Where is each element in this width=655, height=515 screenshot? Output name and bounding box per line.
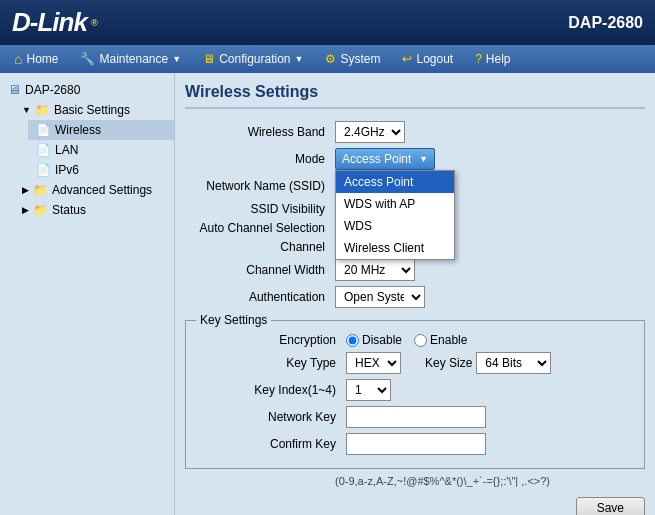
encryption-disable-text: Disable <box>362 333 402 347</box>
mode-select-button[interactable]: Access Point ▼ <box>335 148 435 170</box>
sidebar-status-label: Status <box>52 203 86 217</box>
key-type-control: HEX ASCII Key Size 64 Bits 128 Bits <box>346 352 551 374</box>
authentication-row: Authentication Open System WPA WPA2 <box>185 286 645 308</box>
wireless-band-label: Wireless Band <box>185 125 335 139</box>
sidebar-item-label: DAP-2680 <box>25 83 80 97</box>
channel-width-select[interactable]: 20 MHz 40 MHz <box>335 259 415 281</box>
mode-option-access-point[interactable]: Access Point <box>336 171 454 193</box>
mode-label: Mode <box>185 152 335 166</box>
mode-control: Access Point ▼ Access Point WDS with AP … <box>335 148 435 170</box>
encryption-disable-label[interactable]: Disable <box>346 333 402 347</box>
folder-icon3: 📁 <box>33 203 48 217</box>
key-index-select[interactable]: 1 2 3 4 <box>346 379 391 401</box>
logo: D-Link® <box>12 7 98 38</box>
key-type-select[interactable]: HEX ASCII <box>346 352 401 374</box>
device-icon: 🖥 <box>8 82 21 97</box>
nav-maintenance-label: Maintenance <box>99 52 168 66</box>
key-index-control: 1 2 3 4 <box>346 379 391 401</box>
channel-label: Channel <box>185 240 335 254</box>
hint-text: (0-9,a-z,A-Z,~!@#$%^&*()\_+`-={};:'\"| ,… <box>185 473 645 493</box>
sidebar-item-basic-settings[interactable]: ▼ 📁 Basic Settings <box>14 100 174 120</box>
confirm-key-input[interactable] <box>346 433 486 455</box>
sidebar-item-dap2680[interactable]: 🖥 DAP-2680 <box>0 79 174 100</box>
chevron-down-icon: ▼ <box>172 54 181 64</box>
sidebar-ipv6-label: IPv6 <box>55 163 79 177</box>
channel-width-row: Channel Width 20 MHz 40 MHz <box>185 259 645 281</box>
authentication-select[interactable]: Open System WPA WPA2 <box>335 286 425 308</box>
encryption-enable-label[interactable]: Enable <box>414 333 467 347</box>
channel-width-label: Channel Width <box>185 263 335 277</box>
sidebar-wireless-label: Wireless <box>55 123 101 137</box>
network-key-input[interactable] <box>346 406 486 428</box>
confirm-key-label: Confirm Key <box>196 437 346 451</box>
nav-maintenance[interactable]: 🔧 Maintenance ▼ <box>70 47 191 71</box>
network-name-label: Network Name (SSID) <box>185 179 335 193</box>
wireless-band-row: Wireless Band 2.4GHz 5GHz <box>185 121 645 143</box>
encryption-row: Encryption Disable Enable <box>196 333 634 347</box>
nav-system-label: System <box>340 52 380 66</box>
nav-help-label: Help <box>486 52 511 66</box>
nav-logout[interactable]: ↩ Logout <box>392 47 463 71</box>
sidebar-lan-label: LAN <box>55 143 78 157</box>
authentication-control: Open System WPA WPA2 <box>335 286 425 308</box>
key-type-row: Key Type HEX ASCII Key Size 64 Bits 128 … <box>196 352 634 374</box>
ssid-visibility-label: SSID Visibility <box>185 202 335 216</box>
system-icon: ⚙ <box>325 52 336 66</box>
encryption-label: Encryption <box>196 333 346 347</box>
key-index-row: Key Index(1~4) 1 2 3 4 <box>196 379 634 401</box>
encryption-disable-radio[interactable] <box>346 334 359 347</box>
folder-icon2: 📁 <box>33 183 48 197</box>
nav-configuration[interactable]: 🖥 Configuration ▼ <box>193 47 313 71</box>
navbar: ⌂ Home 🔧 Maintenance ▼ 🖥 Configuration ▼… <box>0 45 655 73</box>
channel-width-control: 20 MHz 40 MHz <box>335 259 415 281</box>
encryption-enable-radio[interactable] <box>414 334 427 347</box>
mode-selected-value: Access Point <box>342 152 411 166</box>
model-name: DAP-2680 <box>568 14 643 32</box>
expand-icon2: ▶ <box>22 185 29 195</box>
sidebar-advanced-label: Advanced Settings <box>52 183 152 197</box>
nav-home[interactable]: ⌂ Home <box>4 47 68 71</box>
sidebar-tree: ▼ 📁 Basic Settings 📄 Wireless 📄 LAN 📄 IP… <box>0 100 174 220</box>
key-settings-legend: Key Settings <box>196 313 271 327</box>
sidebar-item-status[interactable]: ▶ 📁 Status <box>14 200 174 220</box>
encryption-control: Disable Enable <box>346 333 467 347</box>
monitor-icon: 🖥 <box>203 52 215 66</box>
home-icon: ⌂ <box>14 51 22 67</box>
wireless-band-select[interactable]: 2.4GHz 5GHz <box>335 121 405 143</box>
sidebar-item-advanced-settings[interactable]: ▶ 📁 Advanced Settings <box>14 180 174 200</box>
key-settings-group: Key Settings Encryption Disable Enable <box>185 313 645 469</box>
sidebar-basic-tree: 📄 Wireless 📄 LAN 📄 IPv6 <box>14 120 174 180</box>
nav-logout-label: Logout <box>416 52 453 66</box>
mode-option-wds[interactable]: WDS <box>336 215 454 237</box>
page-title: Wireless Settings <box>185 83 645 109</box>
mode-dropdown-list: Access Point WDS with AP WDS Wireless Cl… <box>335 170 455 260</box>
mode-option-wds-ap[interactable]: WDS with AP <box>336 193 454 215</box>
sidebar-item-wireless[interactable]: 📄 Wireless <box>28 120 174 140</box>
network-key-control <box>346 406 486 428</box>
nav-configuration-label: Configuration <box>219 52 290 66</box>
mode-row: Mode Access Point ▼ Access Point WDS wit… <box>185 148 645 170</box>
doc-icon3: 📄 <box>36 163 51 177</box>
auto-channel-label: Auto Channel Selection <box>185 221 335 235</box>
logout-icon: ↩ <box>402 52 412 66</box>
content-area: Wireless Settings Wireless Band 2.4GHz 5… <box>175 73 655 515</box>
sidebar-item-ipv6[interactable]: 📄 IPv6 <box>28 160 174 180</box>
sidebar-item-lan[interactable]: 📄 LAN <box>28 140 174 160</box>
header: D-Link® DAP-2680 <box>0 0 655 45</box>
mode-option-wireless-client[interactable]: Wireless Client <box>336 237 454 259</box>
wrench-icon: 🔧 <box>80 52 95 66</box>
logo-text: D-Link <box>12 7 87 38</box>
save-row: Save <box>185 497 645 515</box>
key-size-select[interactable]: 64 Bits 128 Bits <box>476 352 551 374</box>
key-index-label: Key Index(1~4) <box>196 383 346 397</box>
network-key-row: Network Key <box>196 406 634 428</box>
expand-icon3: ▶ <box>22 205 29 215</box>
nav-help[interactable]: ? Help <box>465 47 520 71</box>
save-button[interactable]: Save <box>576 497 645 515</box>
sidebar-basic-label: Basic Settings <box>54 103 130 117</box>
dropdown-arrow-icon: ▼ <box>419 154 428 164</box>
folder-icon: 📁 <box>35 103 50 117</box>
help-icon: ? <box>475 52 482 66</box>
nav-system[interactable]: ⚙ System <box>315 47 390 71</box>
network-key-label: Network Key <box>196 410 346 424</box>
